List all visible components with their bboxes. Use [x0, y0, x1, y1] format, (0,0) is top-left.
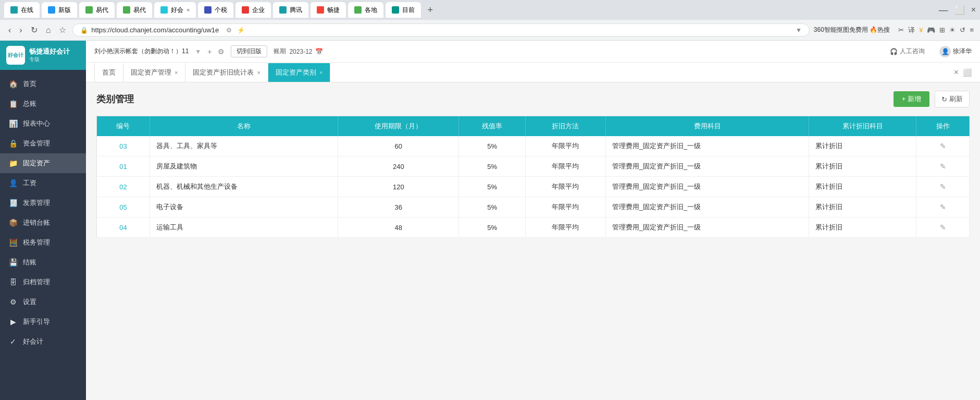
new-tab-btn[interactable]: +	[427, 5, 433, 16]
cell-depreciation-3: 累计折旧	[809, 197, 916, 217]
browser-tab-1[interactable]: 新版	[42, 2, 77, 18]
sidebar-item-invoice[interactable]: 🧾 发票管理	[0, 193, 86, 213]
refresh-btn[interactable]: ↻ 刷新	[935, 91, 970, 107]
table-row: 03 器具、工具、家具等 60 5% 年限平均 管理费用_固定资产折旧_一级 累…	[97, 136, 970, 156]
cell-residual-2: 5%	[459, 177, 526, 197]
browser-tab-8[interactable]: 畅捷	[311, 2, 346, 18]
browser-tab-3[interactable]: 易代	[117, 2, 152, 18]
bookmark-btn[interactable]: ☆	[57, 23, 68, 37]
add-account-btn[interactable]: +	[207, 47, 212, 56]
dropdown-icon[interactable]: ▼	[796, 27, 802, 34]
sidebar-item-inventory[interactable]: 📦 进销台账	[0, 213, 86, 233]
edit-icon-3[interactable]: ✎	[940, 203, 946, 211]
browser-tab-close-4[interactable]: ×	[187, 7, 190, 13]
browser-tab-6[interactable]: 企业	[235, 2, 271, 18]
sidebar-item-reports-label: 报表中心	[23, 119, 50, 128]
browser-tab-7[interactable]: 腾讯	[273, 2, 308, 18]
sidebar-item-funds[interactable]: 🔒 资金管理	[0, 134, 86, 153]
support-btn[interactable]: 🎧 人工咨询	[890, 47, 925, 56]
calendar-icon[interactable]: 📅	[315, 48, 323, 55]
game-icon[interactable]: 🎮	[927, 26, 935, 34]
headset-icon: 🎧	[890, 48, 898, 55]
version-switch-btn[interactable]: 切到旧版	[231, 45, 267, 57]
browser-tab-10[interactable]: 目前	[386, 2, 421, 18]
sidebar-item-assets[interactable]: 📁 固定资产	[0, 153, 86, 173]
window-restore-btn[interactable]: ⬜	[954, 5, 965, 15]
cell-residual-1: 5%	[459, 156, 526, 177]
cell-action-2[interactable]: ✎	[916, 177, 970, 197]
browser-tab-2[interactable]: 易代	[79, 2, 115, 18]
sidebar-item-tax-label: 税务管理	[23, 238, 50, 247]
close-all-tabs-btn[interactable]: ×	[954, 68, 959, 77]
page-header: 类别管理 + 新增 ↻ 刷新	[96, 91, 970, 107]
sidebar-item-payroll[interactable]: 👤 工资	[0, 173, 86, 193]
sidebar-item-closing[interactable]: 💾 结账	[0, 252, 86, 272]
tab-asset-management-close[interactable]: ×	[175, 69, 178, 76]
settings-gear-btn[interactable]: ⚙	[218, 47, 225, 56]
sidebar-item-account[interactable]: ✓ 好会计	[0, 332, 86, 351]
browser-tab-5[interactable]: 个税	[198, 2, 233, 18]
cell-action-3[interactable]: ✎	[916, 197, 970, 217]
cell-action-1[interactable]: ✎	[916, 156, 970, 177]
cell-expense-1: 管理费用_固定资产折旧_一级	[605, 156, 809, 177]
browser-tab-9[interactable]: 各地	[348, 2, 383, 18]
inventory-icon: 📦	[8, 218, 18, 227]
tab-home[interactable]: 首页	[94, 63, 123, 82]
period-info: 账期 2023-12 📅	[274, 47, 323, 56]
url-text: https://cloud.chanjet.com/accounting/uw1…	[91, 26, 219, 34]
tab-home-label: 首页	[102, 68, 116, 77]
edit-icon-4[interactable]: ✎	[940, 223, 946, 232]
scissors-icon[interactable]: ✂	[898, 26, 904, 34]
sidebar-item-settings[interactable]: ⚙ 设置	[0, 292, 86, 312]
edit-icon-0[interactable]: ✎	[940, 142, 946, 150]
expand-btn[interactable]: ⬜	[963, 68, 972, 77]
sidebar-item-archive[interactable]: 🗄 归档管理	[0, 272, 86, 292]
dropdown-chevron-icon[interactable]: ▼	[195, 48, 201, 55]
tab-asset-category[interactable]: 固定资产类别 ×	[268, 63, 330, 82]
brightness-icon[interactable]: ☀	[949, 26, 956, 34]
window-close-btn[interactable]: ×	[971, 5, 976, 15]
browser-tab-4[interactable]: 好会 ×	[154, 2, 196, 18]
back-btn[interactable]: ‹	[6, 23, 13, 37]
period-label: 账期	[274, 47, 286, 56]
history-icon[interactable]: ↺	[960, 26, 965, 34]
tab-depreciation-table[interactable]: 固定资产折旧统计表 ×	[185, 63, 268, 82]
sidebar-item-reports[interactable]: 📊 报表中心	[0, 114, 86, 134]
sidebar-item-tax[interactable]: 🧮 税务管理	[0, 233, 86, 252]
cell-residual-4: 5%	[459, 217, 526, 238]
col-header-action: 操作	[916, 116, 970, 137]
add-category-btn[interactable]: + 新增	[894, 91, 929, 107]
window-minimize-btn[interactable]: —	[939, 5, 948, 16]
sidebar-item-guide-label: 新手引导	[23, 317, 50, 326]
tab-depreciation-table-close[interactable]: ×	[257, 69, 260, 76]
tab-asset-management[interactable]: 固定资产管理 ×	[123, 63, 185, 82]
cell-method-1: 年限平均	[526, 156, 606, 177]
edit-icon-1[interactable]: ✎	[940, 162, 946, 171]
sidebar-item-inventory-label: 进销台账	[23, 218, 50, 227]
sidebar-menu: 🏠 首页 📋 总账 📊 报表中心 🔒 资金管理 📁 固定资产 👤 工资	[0, 70, 86, 400]
forward-btn[interactable]: ›	[17, 23, 24, 37]
sidebar-item-guide[interactable]: ▶ 新手引导	[0, 312, 86, 332]
translate-icon[interactable]: 译	[908, 26, 915, 35]
tab-asset-category-close[interactable]: ×	[319, 69, 322, 76]
category-table: 编号 名称 使用期限（月） 残值率 折旧方法 费用科目 累计折旧科目 操作 03…	[96, 116, 970, 238]
edit-icon-2[interactable]: ✎	[940, 183, 946, 191]
currency-icon[interactable]: ¥	[919, 26, 923, 34]
user-display-name: 徐泽华	[953, 47, 972, 56]
home-btn[interactable]: ⌂	[44, 23, 53, 37]
address-bar[interactable]: 🔒 https://cloud.chanjet.com/accounting/u…	[72, 23, 809, 37]
sidebar-item-home[interactable]: 🏠 首页	[0, 74, 86, 94]
tax-icon: 🧮	[8, 238, 18, 247]
guide-icon: ▶	[8, 317, 18, 326]
cell-action-0[interactable]: ✎	[916, 136, 970, 156]
table-body: 03 器具、工具、家具等 60 5% 年限平均 管理费用_固定资产折旧_一级 累…	[97, 136, 970, 238]
reload-btn[interactable]: ↻	[29, 23, 40, 37]
cell-action-4[interactable]: ✎	[916, 217, 970, 238]
sidebar-item-ledger[interactable]: 📋 总账	[0, 94, 86, 114]
browser-tab-0[interactable]: 在线	[4, 2, 40, 18]
grid-icon[interactable]: ⊞	[939, 26, 945, 34]
cell-depreciation-1: 累计折旧	[809, 156, 916, 177]
cell-name-0: 器具、工具、家具等	[150, 136, 338, 156]
sidebar-item-funds-label: 资金管理	[23, 139, 50, 148]
menu-icon[interactable]: ≡	[970, 26, 974, 34]
